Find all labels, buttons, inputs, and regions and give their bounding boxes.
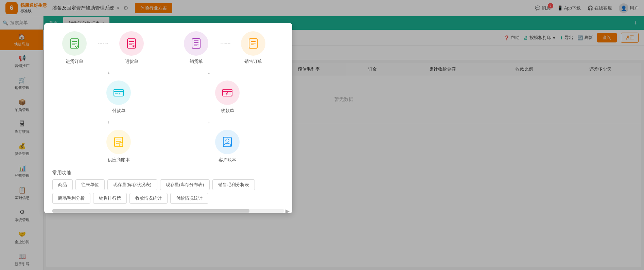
arrow-down-payment-out: ↓ <box>97 119 121 124</box>
purchase-node: 进货单 <box>109 31 154 65</box>
payment-in-label: 收款单 <box>221 108 234 114</box>
payment-out-label: 付款单 <box>112 108 125 114</box>
sales-order-label: 销售订单 <box>244 58 262 65</box>
supplier-label: 供应商账本 <box>108 157 130 163</box>
flow-row-arrows: ↓ ↓ <box>52 70 284 75</box>
common-function-button[interactable]: 往来单位 <box>75 179 105 190</box>
svg-text:$: $ <box>120 143 122 146</box>
common-function-button[interactable]: 现存量(库存状况表) <box>107 179 157 190</box>
flow-row-3: $ 供应商账本 客户账本 <box>52 130 284 163</box>
payment-out-circle: ¥ <box>106 80 131 105</box>
flow-row-2: ¥ 付款单 ¥ 收款单 <box>52 80 284 114</box>
purchase-label: 进货单 <box>125 58 138 65</box>
sales-order-circle <box>241 31 265 56</box>
scroll-right-arrow[interactable]: ▶ <box>285 208 290 213</box>
modal: 进货订单 - - - - → 进货单 销货 <box>44 23 292 213</box>
arrow-down-sales-bill: ↓ <box>121 70 210 75</box>
common-function-button[interactable]: 现存量(库存分布表) <box>160 179 210 190</box>
modal-scrollbar-thumb[interactable] <box>52 209 249 213</box>
sales-bill-label: 销货单 <box>190 58 203 65</box>
common-function-button[interactable]: 销售毛利分析表 <box>212 179 255 190</box>
flow-row-1: 进货订单 - - - - → 进货单 销货 <box>52 31 284 65</box>
purchase-circle <box>119 31 144 56</box>
arrow-left-dashed: ← - - - - <box>220 40 230 55</box>
overlay[interactable]: 进货订单 - - - - → 进货单 销货 <box>0 0 644 270</box>
common-function-button[interactable]: 收款情况统计 <box>129 193 168 204</box>
svg-point-35 <box>226 139 229 142</box>
common-function-button[interactable]: 销售排行榜 <box>93 193 127 204</box>
purchase-order-circle <box>62 31 87 56</box>
common-buttons: 商品往来单位现存量(库存状况表)现存量(库存分布表)销售毛利分析表商品毛利分析销… <box>52 179 284 204</box>
customer-label: 客户账本 <box>219 157 236 163</box>
flow-row-arrows2: ↓ ↓ <box>52 119 284 124</box>
customer-account-node: 客户账本 <box>205 130 249 163</box>
arrow-down-purchase: ↓ <box>97 70 121 75</box>
sales-order-node: 销售订单 <box>231 31 275 65</box>
flow-section: 进货订单 - - - - → 进货单 销货 <box>52 31 284 163</box>
common-section: 常用功能 商品往来单位现存量(库存状况表)现存量(库存分布表)销售毛利分析表商品… <box>52 170 284 204</box>
arrow-down-payment-in: ↓ <box>121 119 210 124</box>
arrow-right-dashed-1: - - - - → <box>98 40 108 55</box>
purchase-order-node: 进货订单 <box>52 31 97 65</box>
svg-text:¥: ¥ <box>226 92 228 96</box>
modal-scrollbar[interactable] <box>52 209 284 213</box>
supplier-account-node: $ 供应商账本 <box>97 130 141 163</box>
svg-rect-11 <box>192 39 200 48</box>
payment-in-node: ¥ 收款单 <box>205 80 249 114</box>
payment-out-node: ¥ 付款单 <box>97 80 141 114</box>
svg-rect-22 <box>115 93 118 94</box>
common-function-button[interactable]: 商品 <box>52 179 73 190</box>
sales-bill-circle <box>184 31 208 56</box>
sales-bill-node: 销货单 <box>174 31 218 65</box>
common-function-button[interactable]: 商品毛利分析 <box>52 193 90 204</box>
purchase-order-label: 进货订单 <box>66 58 83 65</box>
common-function-button[interactable]: 付款情况统计 <box>170 193 208 204</box>
svg-text:¥: ¥ <box>118 92 120 95</box>
payment-in-circle: ¥ <box>215 80 240 105</box>
supplier-circle: $ <box>106 130 131 154</box>
customer-circle <box>215 130 240 154</box>
modal-scrollbar-area: ▶ <box>52 209 284 213</box>
svg-rect-34 <box>223 137 231 147</box>
common-title: 常用功能 <box>52 170 284 176</box>
